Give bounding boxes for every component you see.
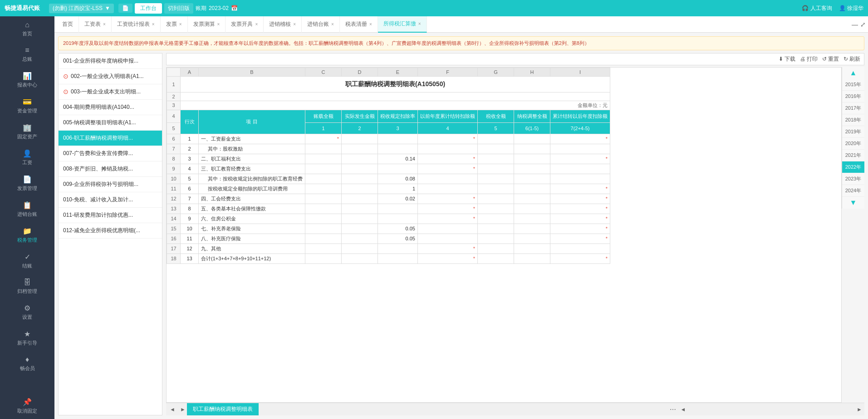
tab-invoice[interactable]: 发票× bbox=[161, 16, 188, 33]
pin-icon: 📌 bbox=[23, 398, 32, 406]
spreadsheet-table: A B C D E F G H I bbox=[167, 68, 610, 264]
close-tab-invoice-issue[interactable]: × bbox=[255, 22, 258, 27]
close-tab-tax-list[interactable]: × bbox=[369, 22, 372, 27]
archive-icon: 🗄 bbox=[24, 278, 31, 287]
form-list-item-009[interactable]: 009-企业所得税弥补亏损明细... bbox=[59, 177, 162, 192]
form-list-item-011[interactable]: 011-研发费用加计扣除优惠... bbox=[59, 208, 162, 223]
sidebar-item-purchase-sales[interactable]: 📋 进销台账 bbox=[0, 196, 54, 222]
download-btn[interactable]: ⬇ 下载 bbox=[779, 55, 795, 63]
switch-btn[interactable]: 切到旧版 bbox=[164, 3, 193, 14]
year-2021[interactable]: 2021年 bbox=[842, 150, 864, 161]
service-btn[interactable]: 🎧 人工客询 bbox=[802, 5, 832, 12]
close-tab-purchase-ledger[interactable]: × bbox=[331, 22, 334, 27]
form-list-item-002[interactable]: ⊙ 002-一般企业收入明细表(A1... bbox=[59, 69, 162, 84]
sheet-nav-arrows: ◄ ► bbox=[168, 406, 187, 413]
calendar-icon[interactable]: 📅 bbox=[231, 5, 238, 11]
table-row[interactable]: 7 2 其中：股权激励 bbox=[167, 144, 610, 154]
form-list-item-008[interactable]: 008-资产折旧、摊销及纳税... bbox=[59, 161, 162, 177]
sidebar-item-invoice[interactable]: 📄 发票管理 bbox=[0, 171, 54, 196]
tab-purchase-check[interactable]: 进销稽核× bbox=[264, 16, 302, 33]
close-tab-payroll-stats[interactable]: × bbox=[152, 22, 155, 27]
table-row[interactable]: 17 12 九、其他 * bbox=[167, 244, 610, 253]
sheet-next-btn[interactable]: ► bbox=[179, 406, 187, 413]
sheet-prev-btn[interactable]: ◄ bbox=[168, 406, 177, 413]
form-list-item-006[interactable]: 006-职工薪酬纳税调整明细... bbox=[59, 131, 162, 146]
print-btn[interactable]: 🖨 打印 bbox=[800, 55, 818, 63]
tab-payroll-stats[interactable]: 工资统计报表× bbox=[112, 16, 161, 33]
sidebar-item-archive[interactable]: 🗄 归档管理 bbox=[0, 274, 54, 299]
year-2018[interactable]: 2018年 bbox=[842, 114, 864, 126]
tab-payroll[interactable]: 工资表× bbox=[79, 16, 112, 33]
form-list-item-003[interactable]: ⊙ 003-一般企业成本支出明细... bbox=[59, 84, 162, 100]
year-2017[interactable]: 2017年 bbox=[842, 102, 864, 114]
year-down-btn[interactable]: ▼ bbox=[842, 197, 864, 209]
table-row[interactable]: 6 1 一、工资薪金支出 * * bbox=[167, 134, 610, 144]
year-up-btn[interactable]: ▲ bbox=[842, 67, 864, 79]
year-2024[interactable]: 2024年 bbox=[842, 185, 864, 197]
sidebar-item-home[interactable]: ⌂ 首页 bbox=[0, 16, 54, 42]
sidebar-item-ledger[interactable]: ≡ 总账 bbox=[0, 42, 54, 67]
form-list-item-010[interactable]: 010-免税、减计收入及加计... bbox=[59, 192, 162, 208]
close-tab-income-tax[interactable]: × bbox=[418, 21, 421, 26]
table-row[interactable]: 8 3 二、职工福利支出 0.14 * bbox=[167, 154, 610, 164]
tab-purchase-ledger[interactable]: 进销台账× bbox=[302, 16, 340, 33]
table-row[interactable]: 12 7 四、工会经费支出 0.02 * bbox=[167, 194, 610, 204]
sheet-more-btn[interactable]: ⋯ bbox=[670, 406, 676, 413]
form-list-item-012[interactable]: 012-减免企业所得税优惠明细(... bbox=[59, 223, 162, 239]
form-list-item-004[interactable]: 004-期间费用明细表(A1040... bbox=[59, 100, 162, 115]
tab-bar: 首页 工资表× 工资统计报表× 发票× 发票测算× 发票开具× 进销稽核× 进销… bbox=[54, 16, 868, 33]
sheet-tab-main[interactable]: 职工薪酬纳税调整明细表 bbox=[187, 403, 259, 416]
year-2020[interactable]: 2020年 bbox=[842, 138, 864, 150]
unpin-btn[interactable]: 📌 取消固定 bbox=[0, 393, 54, 419]
close-tab-invoice-calc[interactable]: × bbox=[217, 22, 220, 27]
reset-btn[interactable]: ↺ 重置 bbox=[822, 55, 839, 63]
table-row[interactable]: 11 6 按税收规定全额扣除的职工培训费用 1 bbox=[167, 184, 610, 194]
tab-home[interactable]: 首页 bbox=[57, 16, 79, 33]
scroll-right-area[interactable]: ◄ ► bbox=[681, 406, 863, 413]
year-2022[interactable]: 2022年 bbox=[842, 161, 864, 173]
close-tab-payroll[interactable]: × bbox=[103, 22, 106, 27]
close-tab-purchase-check[interactable]: × bbox=[293, 22, 296, 27]
table-row[interactable]: 15 10 七、补充养老保险 0.05 bbox=[167, 224, 610, 234]
period-info: 账期 2023-02 📅 bbox=[196, 5, 238, 12]
year-2023[interactable]: 2023年 bbox=[842, 173, 864, 185]
year-2016[interactable]: 2016年 bbox=[842, 91, 864, 102]
table-row[interactable]: 9 4 三、职工教育经费支出 * bbox=[167, 164, 610, 174]
table-row[interactable]: 18 13 合计(1+3+4+7+8+9+10+11+12) * bbox=[167, 253, 610, 263]
sidebar-item-guide[interactable]: ★ 新手引导 bbox=[0, 325, 54, 351]
form-list-item-001[interactable]: 001-企业所得税年度纳税申报... bbox=[59, 54, 162, 69]
work-btn[interactable]: 工作台 bbox=[135, 3, 162, 14]
refresh-btn[interactable]: ↻ 刷新 bbox=[843, 55, 860, 63]
user-menu[interactable]: 👤 徐湿华 bbox=[839, 5, 863, 12]
tab-invoice-calc[interactable]: 发票测算× bbox=[188, 16, 226, 33]
sidebar-item-close[interactable]: ✓ 结账 bbox=[0, 248, 54, 274]
close-tab-invoice[interactable]: × bbox=[179, 22, 182, 27]
tab-tax-list[interactable]: 税表清册× bbox=[340, 16, 378, 33]
year-nav: ▲ 2015年 2016年 2017年 2018年 2019年 2020年 20… bbox=[842, 67, 864, 209]
sidebar-item-payroll[interactable]: 👤 工资 bbox=[0, 145, 54, 171]
form-list-item-005[interactable]: 005-纳税调整项目明细表(A1... bbox=[59, 115, 162, 131]
refresh-icon: ↻ bbox=[843, 56, 848, 62]
form-list-item-007[interactable]: 007-广告费和业务宣传费障... bbox=[59, 146, 162, 161]
content-area: 首页 工资表× 工资统计报表× 发票× 发票测算× 发票开具× 进销稽核× 进销… bbox=[54, 16, 868, 419]
year-2015[interactable]: 2015年 bbox=[842, 79, 864, 91]
sidebar-item-settings[interactable]: ⚙ 设置 bbox=[0, 299, 54, 325]
doc-btn[interactable]: 📄 bbox=[118, 4, 132, 13]
table-row[interactable]: 13 8 五、各类基本社会保障性缴款 * bbox=[167, 204, 610, 214]
col-D: D bbox=[342, 68, 378, 76]
tab-invoice-issue[interactable]: 发票开具× bbox=[226, 16, 264, 33]
table-row[interactable]: 16 11 八、补充医疗保险 0.05 bbox=[167, 234, 610, 244]
sidebar-item-tax[interactable]: 📁 税务管理 bbox=[0, 222, 54, 248]
year-2019[interactable]: 2019年 bbox=[842, 126, 864, 138]
table-row[interactable]: 14 9 六、住房公积金 * bbox=[167, 214, 610, 224]
maximize-btn[interactable]: ⤢ bbox=[860, 21, 866, 28]
sidebar-item-funds[interactable]: 💳 资金管理 bbox=[0, 93, 54, 119]
col-H: H bbox=[514, 68, 550, 76]
sidebar-item-reports[interactable]: 📊 报表中心 bbox=[0, 67, 54, 93]
sidebar-item-assets[interactable]: 🏢 固定资产 bbox=[0, 119, 54, 145]
table-row[interactable]: 10 5 其中：按税收规定比例扣除的职工教育经费 0.08 bbox=[167, 174, 610, 184]
sidebar-item-vip[interactable]: ♦ 畅会员 bbox=[0, 351, 54, 376]
company-selector[interactable]: (勿删) 江西皎宝-LSS ▼ bbox=[49, 4, 114, 13]
collapse-tabs-btn[interactable]: — bbox=[852, 21, 858, 28]
tab-income-tax[interactable]: 所得税汇算缴× bbox=[378, 16, 427, 33]
